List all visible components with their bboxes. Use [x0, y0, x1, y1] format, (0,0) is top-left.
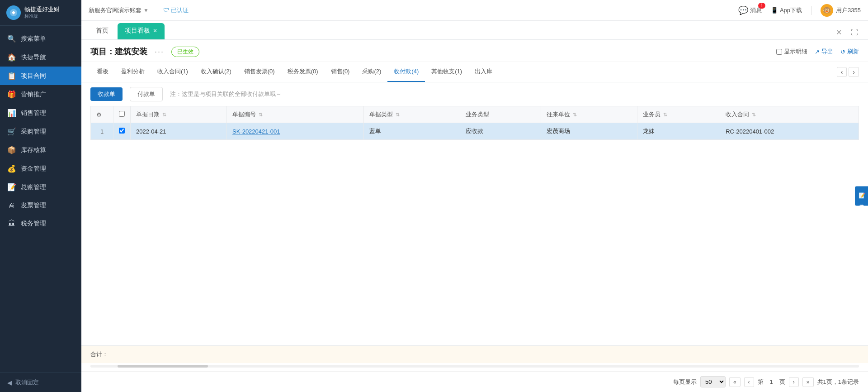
sub-nav-item-6[interactable]: 销售(0): [325, 62, 356, 82]
sidebar-item-3[interactable]: 🎁营销推广: [0, 85, 81, 104]
project-header: 项目：建筑安装 ··· 已生效 显示明细 ↗ 导出 ↺ 刷新: [81, 40, 868, 62]
checkbox-col-header: [113, 106, 131, 123]
app-edition: 标准版: [24, 13, 60, 19]
last-page-button[interactable]: »: [802, 377, 814, 387]
row-checkbox-cell[interactable]: [113, 123, 131, 140]
close-window-button[interactable]: ✕: [833, 27, 844, 38]
app-download-button[interactable]: 📱 App下载: [771, 6, 802, 14]
sidebar-footer[interactable]: ◀ 取消固定: [0, 373, 81, 392]
topbar: 新服务官网演示账套 ▼ 🛡 已认证 💬 消息 1 📱 App下载 🐵 用户335…: [81, 0, 868, 21]
receipts-tab[interactable]: 收款单: [90, 87, 123, 101]
sidebar-item-1[interactable]: 🏠快捷导航: [0, 48, 81, 67]
row-number-link[interactable]: SK-20220421-001: [232, 128, 280, 135]
show-detail-label: 显示明细: [784, 48, 807, 56]
sidebar-item-4[interactable]: 📊销售管理: [0, 104, 81, 122]
show-detail-checkbox[interactable]: 显示明细: [776, 48, 807, 56]
export-label: 导出: [821, 48, 833, 56]
select-all-checkbox[interactable]: [119, 111, 125, 117]
date-col-header[interactable]: 单据日期 ⇅: [131, 106, 227, 123]
table-row[interactable]: 1 2022-04-21 SK-20220421-001 蓝单 应收款 宏茂商场…: [91, 123, 859, 140]
payments-tab[interactable]: 付款单: [130, 87, 163, 101]
salesman-col-header[interactable]: 业务员 ⇅: [637, 106, 720, 123]
sub-nav-item-4[interactable]: 销售发票(0): [238, 62, 281, 82]
sidebar-label-3: 营销推广: [21, 91, 46, 99]
sidebar-item-7[interactable]: 💰资金管理: [0, 159, 81, 178]
settings-col-header[interactable]: ⚙: [91, 106, 113, 123]
sidebar-item-5[interactable]: 🛒采购管理: [0, 122, 81, 141]
message-badge: 1: [758, 3, 765, 9]
tabbar: 首页 项目看板 ✕ ✕ ⛶: [81, 21, 868, 40]
shield-icon: 🛡: [163, 7, 169, 14]
sub-nav-next[interactable]: ›: [849, 67, 859, 77]
row-number[interactable]: SK-20220421-001: [226, 123, 363, 140]
sidebar-icon-10: 🏛: [7, 220, 16, 228]
sidebar-label-0: 搜索菜单: [21, 35, 46, 43]
sidebar-icon-6: 📦: [7, 146, 16, 154]
sub-nav-item-5[interactable]: 税务发票(0): [281, 62, 325, 82]
sidebar-item-2[interactable]: 📋项目合同: [0, 67, 81, 85]
tab-home-label: 首页: [96, 27, 108, 35]
user-menu[interactable]: 🐵 用户3355: [821, 4, 861, 17]
page-size-select[interactable]: 50 10 20 100: [700, 376, 726, 387]
message-button[interactable]: 💬 消息 1: [738, 5, 762, 15]
sub-nav-prev[interactable]: ‹: [837, 67, 847, 77]
project-selector[interactable]: 新服务官网演示账套 ▼: [89, 6, 149, 14]
row-salesman: 龙妹: [637, 123, 720, 140]
sub-nav-item-1[interactable]: 盈利分析: [115, 62, 151, 82]
tab-project-board[interactable]: 项目看板 ✕: [118, 23, 165, 39]
sub-nav-item-9[interactable]: 其他收支(1): [425, 62, 468, 82]
refresh-button[interactable]: ↺ 刷新: [840, 48, 859, 56]
sidebar-item-6[interactable]: 📦库存核算: [0, 141, 81, 159]
project-title: 项目：建筑安装: [90, 46, 147, 57]
sub-nav-item-2[interactable]: 收入合同(1): [151, 62, 194, 82]
sidebar-item-8[interactable]: 📝总账管理: [0, 178, 81, 196]
next-page-button[interactable]: ›: [789, 377, 799, 387]
scrollbar-row: [81, 363, 868, 371]
show-detail-input[interactable]: [776, 49, 782, 55]
sidebar-label-10: 税务管理: [21, 220, 46, 228]
refresh-label: 刷新: [847, 48, 859, 56]
sub-nav-item-3[interactable]: 收入确认(2): [194, 62, 238, 82]
sidebar-item-0[interactable]: 🔍搜索菜单: [0, 29, 81, 48]
fullscreen-button[interactable]: ⛶: [848, 28, 861, 38]
tab-project-board-label: 项目看板: [125, 27, 150, 35]
sub-nav-item-10[interactable]: 出入库: [468, 62, 499, 82]
feedback-icon: 📝: [859, 192, 865, 199]
partner-col-header[interactable]: 往来单位 ⇅: [541, 106, 637, 123]
row-contract: RC-20220401-002: [720, 123, 859, 140]
sub-nav-item-0[interactable]: 看板: [90, 62, 115, 82]
refresh-icon: ↺: [840, 48, 845, 55]
number-col-header[interactable]: 单据编号 ⇅: [226, 106, 363, 123]
pagination: 每页显示 50 10 20 100 « ‹ 第 1 页 › » 共1页，1条记录: [81, 371, 868, 392]
partner-sort-icon: ⇅: [573, 112, 577, 117]
sidebar-item-10[interactable]: 🏛税务管理: [0, 215, 81, 233]
scrollbar-thumb[interactable]: [118, 365, 208, 368]
main-area: 新服务官网演示账套 ▼ 🛡 已认证 💬 消息 1 📱 App下载 🐵 用户335…: [81, 0, 868, 392]
app-logo-icon: [6, 5, 21, 20]
sidebar-icon-1: 🏠: [7, 53, 16, 62]
sidebar-item-9[interactable]: 🖨发票管理: [0, 196, 81, 215]
feedback-button[interactable]: 📝 意见反馈: [855, 186, 868, 206]
app-name: 畅捷通好业财: [24, 6, 60, 14]
project-more-button[interactable]: ···: [155, 47, 164, 57]
unpin-icon: ◀: [7, 379, 12, 386]
sidebar-label-8: 总账管理: [21, 183, 46, 191]
horizontal-scrollbar[interactable]: [90, 365, 859, 368]
tab-home[interactable]: 首页: [89, 23, 116, 39]
export-button[interactable]: ↗ 导出: [815, 48, 833, 56]
prev-page-button[interactable]: ‹: [744, 377, 754, 387]
salesman-sort-icon: ⇅: [663, 112, 667, 117]
sub-nav-item-7[interactable]: 采购(2): [356, 62, 387, 82]
sidebar-label-5: 采购管理: [21, 128, 46, 136]
export-icon: ↗: [815, 48, 820, 55]
row-checkbox[interactable]: [119, 128, 125, 134]
message-icon: 💬: [738, 5, 748, 15]
sidebar-nav: 🔍搜索菜单🏠快捷导航📋项目合同🎁营销推广📊销售管理🛒采购管理📦库存核算💰资金管理…: [0, 26, 81, 373]
type-col-header[interactable]: 单据类型 ⇅: [364, 106, 460, 123]
sub-nav-item-8[interactable]: 收付款(4): [387, 62, 425, 82]
sidebar-icon-5: 🛒: [7, 127, 16, 136]
first-page-button[interactable]: «: [729, 377, 741, 387]
tab-close-icon[interactable]: ✕: [153, 28, 157, 34]
contract-col-header[interactable]: 收入合同 ⇅: [720, 106, 859, 123]
row-biz-type: 应收款: [460, 123, 541, 140]
